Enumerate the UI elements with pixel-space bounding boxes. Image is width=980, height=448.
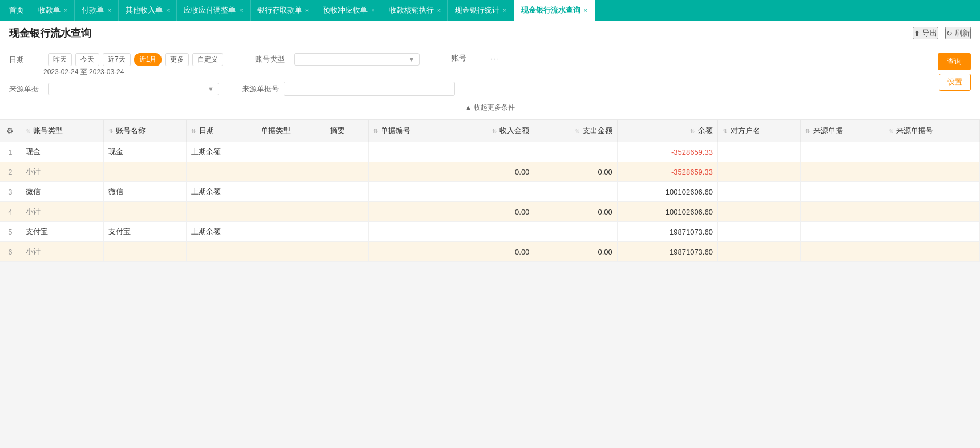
nav-bank-deposit[interactable]: 银行存取款单 × <box>251 0 316 21</box>
nav-other-income[interactable]: 其他收入单 × <box>119 0 177 21</box>
cell-doc-no <box>368 242 451 262</box>
account-dots[interactable]: ··· <box>490 54 500 63</box>
top-navigation: 首页 收款单 × 付款单 × 其他收入单 × 应收应付调整单 × 银行存取款单 … <box>0 0 980 21</box>
date-more[interactable]: 更多 <box>165 53 189 66</box>
cell-date: 上期余额 <box>187 182 256 202</box>
cell-doc-type <box>256 162 325 182</box>
account-label: 账号 <box>451 53 486 63</box>
col-expense[interactable]: ⇅ 支出金额 <box>534 120 617 142</box>
col-settings[interactable]: ⚙ <box>0 120 21 142</box>
col-income[interactable]: ⇅ 收入金额 <box>451 120 534 142</box>
source-doc-select[interactable]: ▼ <box>48 83 219 95</box>
collapse-bar[interactable]: ▲ 收起更多条件 <box>9 100 971 112</box>
col-account-name[interactable]: ⇅ 账号名称 <box>103 120 186 142</box>
source-doc-no-input[interactable] <box>284 82 455 96</box>
refresh-button[interactable]: ↻ 刷新 <box>945 27 971 39</box>
table-row: 2 小计 0.00 0.00 -3528659.33 <box>0 162 980 182</box>
cell-source-doc <box>801 222 884 242</box>
cell-income: 0.00 <box>451 242 534 262</box>
cell-account-type: 小计 <box>21 202 103 222</box>
account-type-label: 账号类型 <box>255 54 289 64</box>
nav-cash-bank-stats[interactable]: 现金银行统计 × <box>448 0 514 21</box>
date-7days[interactable]: 近7天 <box>103 53 131 66</box>
cell-doc-type <box>256 222 325 242</box>
collapse-icon: ▲ <box>465 104 472 112</box>
cell-expense: 0.00 <box>534 162 617 182</box>
cell-source-doc <box>801 162 884 182</box>
cell-source-doc-no <box>884 182 979 202</box>
nav-payment[interactable]: 付款单 × <box>75 0 118 21</box>
cell-source-doc-no <box>884 202 979 222</box>
date-today[interactable]: 今天 <box>75 53 99 66</box>
cell-summary <box>325 162 369 182</box>
col-doc-no[interactable]: ⇅ 单据编号 <box>368 120 451 142</box>
table-row: 3 微信 微信 上期余额 100102606.60 <box>0 182 980 202</box>
nav-home[interactable]: 首页 <box>2 0 31 21</box>
nav-collection-label: 收款核销执行 <box>389 5 434 15</box>
cell-income <box>451 182 534 202</box>
nav-bank-deposit-close[interactable]: × <box>305 7 309 14</box>
cell-summary <box>325 242 369 262</box>
nav-collection[interactable]: 收款核销执行 × <box>382 0 448 21</box>
account-type-select[interactable]: ▼ <box>294 53 420 66</box>
cell-row-num: 5 <box>0 222 21 242</box>
nav-adjustment-close[interactable]: × <box>239 7 243 14</box>
date-1month[interactable]: 近1月 <box>134 53 162 66</box>
settings-icon[interactable]: ⚙ <box>6 126 14 135</box>
cell-row-num: 2 <box>0 162 21 182</box>
cell-account-type: 微信 <box>21 182 103 202</box>
nav-prepay-label: 预收冲应收单 <box>323 5 368 15</box>
nav-cash-bank-stats-close[interactable]: × <box>503 7 506 14</box>
nav-receipt[interactable]: 收款单 × <box>31 0 75 21</box>
nav-adjustment[interactable]: 应收应付调整单 × <box>177 0 250 21</box>
export-button[interactable]: ⬆ 导出 <box>913 27 938 39</box>
date-yesterday[interactable]: 昨天 <box>48 53 72 66</box>
col-balance[interactable]: ⇅ 余额 <box>617 120 717 142</box>
nav-payment-close[interactable]: × <box>107 7 111 14</box>
source-doc-label: 来源单据 <box>9 84 43 94</box>
filter-area: 日期 昨天 今天 近7天 近1月 更多 自定义 2023-02-24 至 202… <box>0 46 980 120</box>
nav-cash-bank-flow[interactable]: 现金银行流水查询 × <box>514 0 595 21</box>
col-source-doc-no[interactable]: ⇅ 来源单据号 <box>884 120 979 142</box>
col-source-doc[interactable]: ⇅ 来源单据 <box>801 120 884 142</box>
export-label: 导出 <box>922 28 937 38</box>
sort-icon8: ⇅ <box>723 128 727 134</box>
nav-cash-bank-flow-close[interactable]: × <box>584 7 587 14</box>
sort-icon7: ⇅ <box>690 128 695 134</box>
cell-doc-type <box>256 142 325 162</box>
date-filter-label: 日期 <box>9 55 43 65</box>
nav-adjustment-label: 应收应付调整单 <box>184 5 236 15</box>
date-custom[interactable]: 自定义 <box>192 53 223 66</box>
col-account-type[interactable]: ⇅ 账号类型 <box>21 120 103 142</box>
nav-other-income-close[interactable]: × <box>166 7 170 14</box>
cell-source-doc <box>801 142 884 162</box>
col-date[interactable]: ⇅ 日期 <box>187 120 256 142</box>
settings-button[interactable]: 设置 <box>939 74 971 91</box>
date-options: 昨天 今天 近7天 近1月 更多 自定义 <box>48 53 223 66</box>
sort-icon3: ⇅ <box>191 128 196 134</box>
sort-icon: ⇅ <box>26 128 30 134</box>
cell-date: 上期余额 <box>187 142 256 162</box>
col-counterparty[interactable]: ⇅ 对方户名 <box>717 120 800 142</box>
nav-prepay-close[interactable]: × <box>371 7 374 14</box>
nav-receipt-close[interactable]: × <box>64 7 67 14</box>
sort-icon6: ⇅ <box>575 128 579 134</box>
page-header: 现金银行流水查询 ⬆ 导出 ↻ 刷新 <box>0 21 980 46</box>
cell-source-doc <box>801 182 884 202</box>
cell-source-doc-no <box>884 222 979 242</box>
cell-account-name: 微信 <box>103 182 186 202</box>
sort-icon2: ⇅ <box>108 128 113 134</box>
cell-summary <box>325 202 369 222</box>
cell-account-name: 支付宝 <box>103 222 186 242</box>
query-button[interactable]: 查询 <box>938 53 971 70</box>
collapse-label: 收起更多条件 <box>474 103 515 112</box>
cell-source-doc-no <box>884 162 979 182</box>
cell-counterparty <box>717 142 800 162</box>
cell-source-doc-no <box>884 242 979 262</box>
nav-prepay[interactable]: 预收冲应收单 × <box>316 0 382 21</box>
nav-collection-close[interactable]: × <box>437 7 441 14</box>
cell-summary <box>325 182 369 202</box>
page-title: 现金银行流水查询 <box>9 26 91 40</box>
nav-payment-label: 付款单 <box>82 5 104 15</box>
refresh-label: 刷新 <box>955 28 970 38</box>
